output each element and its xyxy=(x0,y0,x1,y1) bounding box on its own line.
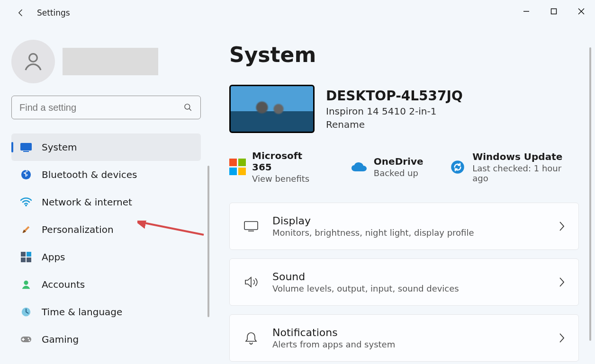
profile-block[interactable] xyxy=(11,40,208,83)
bell-icon xyxy=(243,331,259,345)
card-notifications[interactable]: Notifications Alerts from apps and syste… xyxy=(229,314,579,362)
svg-rect-5 xyxy=(23,151,29,152)
svg-rect-1 xyxy=(551,9,557,14)
card-title: Sound xyxy=(272,271,459,283)
rename-link[interactable]: Rename xyxy=(326,119,463,130)
sidebar-item-label: Network & internet xyxy=(42,196,132,208)
microsoft-logo-icon xyxy=(229,159,245,175)
card-subtitle: Monitors, brightness, night light, displ… xyxy=(272,228,474,238)
accounts-icon xyxy=(19,279,33,290)
sound-icon xyxy=(243,276,259,288)
user-avatar xyxy=(11,40,55,83)
search-input[interactable] xyxy=(19,102,183,113)
sidebar-item-gaming[interactable]: Gaming xyxy=(11,326,201,353)
svg-point-15 xyxy=(28,338,29,339)
svg-point-12 xyxy=(24,281,28,285)
close-button[interactable] xyxy=(568,0,595,23)
device-summary: DESKTOP-4L537JQ Inspiron 14 5410 2-in-1 … xyxy=(229,85,579,133)
main-pane: System DESKTOP-4L537JQ Inspiron 14 5410 … xyxy=(213,26,595,364)
bluetooth-icon xyxy=(19,169,33,180)
system-icon xyxy=(19,142,33,152)
sidebar-item-apps[interactable]: Apps xyxy=(11,243,201,271)
sidebar-item-label: Gaming xyxy=(42,334,79,345)
sidebar-item-system[interactable]: System xyxy=(11,133,201,161)
back-button[interactable] xyxy=(11,3,30,22)
svg-rect-8 xyxy=(21,252,26,257)
svg-point-6 xyxy=(21,170,31,179)
status-windows-update[interactable]: Windows Update Last checked: 1 hour ago xyxy=(450,150,579,184)
svg-rect-10 xyxy=(21,257,26,262)
maximize-button[interactable] xyxy=(540,0,568,23)
main-scrollbar[interactable] xyxy=(589,47,591,341)
svg-point-17 xyxy=(451,160,465,174)
gamepad-icon xyxy=(19,335,33,344)
sidebar-item-personalization[interactable]: Personalization xyxy=(11,216,201,243)
paintbrush-icon xyxy=(19,224,33,235)
sidebar-item-label: Personalization xyxy=(42,224,114,235)
minimize-icon xyxy=(523,8,530,15)
search-icon xyxy=(183,103,193,112)
sidebar-item-label: System xyxy=(42,142,77,153)
svg-rect-4 xyxy=(20,143,32,151)
status-row: Microsoft 365 View benefits OneDrive Bac… xyxy=(229,150,579,184)
search-box[interactable] xyxy=(11,96,201,119)
sidebar-item-bluetooth[interactable]: Bluetooth & devices xyxy=(11,161,201,188)
status-sub: Last checked: 1 hour ago xyxy=(472,163,579,183)
sidebar-item-time-language[interactable]: Time & language xyxy=(11,298,201,326)
svg-rect-9 xyxy=(27,252,31,257)
status-microsoft365[interactable]: Microsoft 365 View benefits xyxy=(229,150,325,184)
titlebar: Settings xyxy=(0,0,595,26)
window-controls xyxy=(513,0,595,23)
card-title: Notifications xyxy=(272,327,395,338)
nav-list: System Bluetooth & devices Network & int… xyxy=(11,133,201,353)
status-sub: View benefits xyxy=(252,174,325,184)
apps-icon xyxy=(19,252,33,262)
card-title: Display xyxy=(272,215,474,227)
user-name-redacted xyxy=(63,48,158,75)
device-model: Inspiron 14 5410 2-in-1 xyxy=(326,106,463,117)
minimize-button[interactable] xyxy=(513,0,540,23)
status-label: Windows Update xyxy=(472,151,579,162)
person-icon xyxy=(22,50,45,73)
svg-point-3 xyxy=(185,104,190,109)
status-label: OneDrive xyxy=(374,156,424,167)
card-subtitle: Volume levels, output, input, sound devi… xyxy=(272,284,459,293)
close-icon xyxy=(578,8,585,15)
chevron-right-icon xyxy=(559,221,565,231)
arrow-left-icon xyxy=(16,8,26,18)
svg-point-2 xyxy=(29,54,37,62)
onedrive-icon xyxy=(351,159,367,175)
display-icon xyxy=(243,221,259,231)
clock-globe-icon xyxy=(19,307,33,317)
status-onedrive[interactable]: OneDrive Backed up xyxy=(351,150,424,184)
chevron-right-icon xyxy=(559,333,565,343)
sidebar-item-label: Bluetooth & devices xyxy=(42,169,137,180)
wifi-icon xyxy=(19,197,33,207)
sidebar-item-network[interactable]: Network & internet xyxy=(11,188,201,216)
sidebar: System Bluetooth & devices Network & int… xyxy=(0,26,213,364)
sidebar-item-accounts[interactable]: Accounts xyxy=(11,271,201,298)
update-sync-icon xyxy=(450,159,466,175)
svg-point-16 xyxy=(29,340,30,341)
svg-point-7 xyxy=(25,204,27,206)
maximize-icon xyxy=(550,8,557,15)
sidebar-item-label: Accounts xyxy=(42,279,85,290)
sidebar-scrollbar[interactable] xyxy=(207,166,209,317)
svg-rect-11 xyxy=(27,257,31,262)
card-sound[interactable]: Sound Volume levels, output, input, soun… xyxy=(229,258,579,306)
status-sub: Backed up xyxy=(374,168,424,178)
page-title: System xyxy=(229,43,579,67)
sidebar-item-label: Time & language xyxy=(42,306,122,318)
sidebar-item-label: Apps xyxy=(42,251,65,263)
wallpaper-thumbnail[interactable] xyxy=(229,85,315,133)
app-title: Settings xyxy=(37,8,70,18)
chevron-right-icon xyxy=(559,277,565,287)
status-label: Microsoft 365 xyxy=(252,150,325,173)
svg-rect-18 xyxy=(244,222,258,230)
card-subtitle: Alerts from apps and system xyxy=(272,339,395,349)
device-name: DESKTOP-4L537JQ xyxy=(326,88,463,104)
card-display[interactable]: Display Monitors, brightness, night ligh… xyxy=(229,203,579,250)
